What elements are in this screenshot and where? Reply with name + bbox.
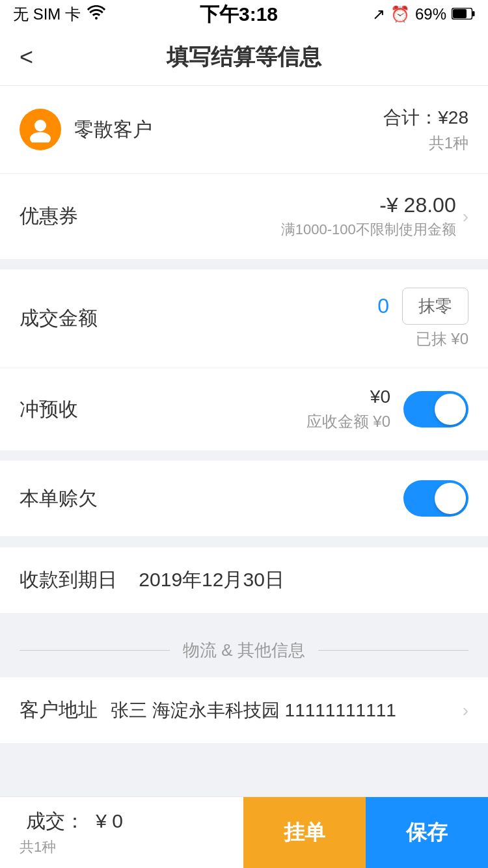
coupon-desc: 满1000-100不限制使用金额 — [281, 220, 456, 239]
coupon-row[interactable]: 优惠券 -¥ 28.00 满1000-100不限制使用金额 › — [0, 173, 488, 259]
transaction-section: 成交金额 0 抹零 已抹 ¥0 冲预收 ¥0 应收金额 ¥0 — [0, 269, 488, 450]
bottom-summary-value: ¥ 0 — [96, 810, 123, 832]
address-section[interactable]: 客户地址 张三 海淀永丰科技园 11111111111 › — [0, 677, 488, 743]
back-button[interactable]: < — [20, 44, 33, 71]
status-left: 无 SIM 卡 — [13, 4, 105, 25]
customer-left: 零散客户 — [20, 109, 152, 150]
alarm-icon: ⏰ — [390, 5, 410, 23]
logistics-section: 物流 & 其他信息 — [0, 623, 488, 677]
address-label: 客户地址 — [20, 697, 98, 724]
due-date-section: 收款到期日 2019年12月30日 — [0, 547, 488, 613]
advance-toggle[interactable] — [403, 391, 468, 427]
coupon-label: 优惠券 — [20, 203, 78, 230]
no-sim-text: 无 SIM 卡 — [13, 4, 81, 25]
due-date-label: 收款到期日 — [20, 569, 117, 590]
debt-toggle-knob — [435, 483, 466, 514]
location-icon: ↗ — [372, 5, 385, 23]
bottom-summary: 成交： ¥ 0 共1种 — [0, 808, 243, 857]
logistics-line-left — [20, 650, 170, 651]
due-date-row: 收款到期日 2019年12月30日 — [0, 547, 488, 613]
status-right: ↗ ⏰ 69% — [372, 5, 475, 23]
transaction-amount-row: 成交金额 0 抹零 已抹 ¥0 — [0, 269, 488, 368]
transaction-value: 0 — [377, 294, 389, 318]
debt-section: 本单赊欠 — [0, 461, 488, 536]
transaction-right: 0 抹零 已抹 ¥0 — [377, 288, 468, 349]
coupon-right: -¥ 28.00 满1000-100不限制使用金额 › — [281, 193, 468, 239]
wifi-icon — [87, 5, 105, 23]
advance-sub: 应收金额 ¥0 — [306, 411, 390, 432]
battery-text: 69% — [415, 5, 446, 23]
avatar-icon — [27, 116, 53, 142]
address-value: 张三 海淀永丰科技园 11111111111 — [111, 698, 463, 723]
advance-right: ¥0 应收金额 ¥0 — [306, 387, 468, 432]
svg-point-3 — [34, 120, 46, 131]
customer-name: 零散客户 — [74, 116, 152, 143]
coupon-chevron-icon: › — [463, 206, 468, 227]
toggle-knob — [435, 394, 466, 425]
coupon-amount: -¥ 28.00 — [281, 193, 456, 217]
hold-button[interactable]: 挂单 — [243, 797, 366, 869]
debt-toggle[interactable] — [403, 480, 468, 517]
svg-rect-2 — [472, 11, 475, 16]
svg-rect-1 — [453, 9, 467, 18]
advance-label: 冲预收 — [20, 396, 78, 423]
transaction-sub: 已抹 ¥0 — [377, 329, 468, 349]
nav-bar: < 填写结算等信息 — [0, 29, 488, 86]
customer-section: 零散客户 合计：¥28 共1种 优惠券 -¥ 28.00 满1000-100不限… — [0, 86, 488, 259]
customer-row: 零散客户 合计：¥28 共1种 — [0, 86, 488, 173]
debt-label: 本单赊欠 — [20, 485, 98, 512]
address-chevron-icon: › — [463, 700, 468, 721]
bottom-bar: 成交： ¥ 0 共1种 挂单 保存 — [0, 796, 488, 868]
round-zero-button[interactable]: 抹零 — [402, 288, 468, 325]
status-bar: 无 SIM 卡 下午3:18 ↗ ⏰ 69% — [0, 0, 488, 29]
advance-row: 冲预收 ¥0 应收金额 ¥0 — [0, 368, 488, 450]
customer-total: 合计：¥28 — [383, 105, 468, 130]
customer-count: 共1种 — [383, 133, 468, 154]
bottom-summary-label: 成交： — [26, 810, 85, 832]
logistics-label: 物流 & 其他信息 — [170, 639, 318, 662]
page-title: 填写结算等信息 — [167, 42, 321, 72]
logistics-line-right — [318, 650, 468, 651]
content: 零散客户 合计：¥28 共1种 优惠券 -¥ 28.00 满1000-100不限… — [0, 86, 488, 868]
bottom-summary-count: 共1种 — [20, 837, 224, 857]
advance-amount: ¥0 — [306, 387, 390, 407]
svg-point-4 — [30, 132, 51, 142]
customer-avatar — [20, 109, 61, 150]
due-date-text: 收款到期日 2019年12月30日 — [20, 569, 284, 590]
transaction-label: 成交金额 — [20, 305, 98, 332]
customer-right: 合计：¥28 共1种 — [383, 105, 468, 154]
bottom-summary-top: 成交： ¥ 0 — [20, 808, 224, 835]
coupon-info: -¥ 28.00 满1000-100不限制使用金额 — [281, 193, 456, 239]
save-button[interactable]: 保存 — [366, 797, 488, 869]
advance-amount-group: ¥0 应收金额 ¥0 — [306, 387, 390, 432]
status-time: 下午3:18 — [200, 1, 278, 28]
due-date-value: 2019年12月30日 — [139, 569, 284, 590]
battery-icon — [452, 5, 475, 23]
